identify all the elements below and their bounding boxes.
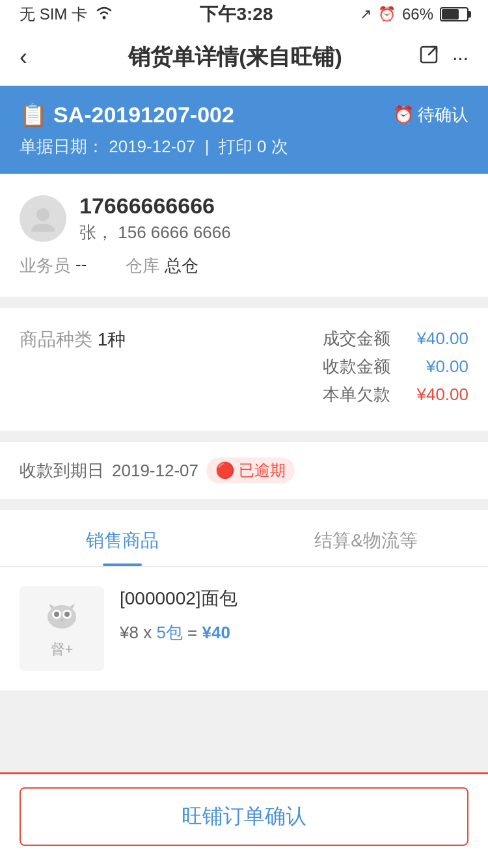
amount-label: 成交金额: [323, 327, 390, 350]
tab-sales-product[interactable]: 销售商品: [0, 510, 244, 566]
product-thumbnail: 督+: [20, 586, 104, 671]
customer-name-alt: 张， 156 6666 6666: [79, 221, 231, 244]
tabs-header: 销售商品 结算&物流等: [0, 510, 488, 567]
received-label: 收款金额: [323, 355, 390, 378]
product-price: ¥8 x 5包 = ¥40: [120, 621, 468, 644]
battery-percent: 66%: [402, 5, 433, 23]
customer-section: 17666666666 张， 156 6666 6666 业务员 -- 仓库 总…: [0, 174, 488, 297]
alert-icon: 🔴: [215, 461, 235, 480]
svg-point-0: [103, 16, 106, 20]
owed-label: 本单欠款: [323, 383, 390, 406]
share-icon[interactable]: [418, 44, 439, 70]
confirm-order-button[interactable]: 旺铺订单确认: [20, 787, 468, 846]
svg-point-6: [54, 612, 59, 617]
order-status: ⏰ 待确认: [393, 103, 468, 126]
overdue-badge: 🔴 已逾期: [206, 457, 295, 483]
product-item: 督+ [0000002]面包 ¥8 x 5包 = ¥40: [0, 567, 488, 690]
product-types: 商品种类 1种: [20, 327, 126, 352]
product-logo-icon: [42, 599, 81, 637]
tab-settlement[interactable]: 结算&物流等: [244, 510, 488, 566]
confirm-button-wrap: 旺铺订单确认: [0, 772, 488, 868]
received-value: ¥0.00: [403, 357, 468, 377]
status-time: 下午3:28: [200, 2, 273, 27]
more-icon[interactable]: ···: [452, 46, 468, 68]
tabs-section: 销售商品 结算&物流等: [0, 510, 488, 690]
page-title: 销货单详情(来自旺铺): [52, 42, 418, 72]
customer-phone: 17666666666: [79, 193, 231, 219]
nav-actions: ···: [418, 44, 468, 70]
header-card: 📋 SA-20191207-002 ⏰ 待确认 单据日期： 2019-12-07…: [0, 86, 488, 174]
warehouse-label: 仓库: [126, 254, 159, 277]
amount-value: ¥40.00: [403, 329, 468, 349]
types-label: 商品种类: [20, 329, 92, 349]
nav-bar: ‹ 销货单详情(来自旺铺) ···: [0, 29, 488, 86]
owed-value: ¥40.00: [403, 385, 468, 405]
warehouse-value: 总仓: [165, 254, 198, 277]
sim-status: 无 SIM 卡: [20, 4, 87, 25]
alarm-icon: ⏰: [378, 6, 396, 23]
order-number: 📋 SA-20191207-002: [20, 102, 234, 128]
due-date-section: 收款到期日 2019-12-07 🔴 已逾期: [0, 442, 488, 499]
product-logo-plus: 督+: [51, 640, 74, 659]
overdue-label: 已逾期: [239, 460, 286, 481]
due-label: 收款到期日: [20, 459, 104, 482]
location-icon: ↗: [360, 6, 372, 23]
financial-summary: 成交金额 ¥40.00 收款金额 ¥0.00 本单欠款 ¥40.00: [323, 327, 468, 411]
wifi-icon: [95, 5, 113, 23]
status-right: ↗ ⏰ 66%: [360, 5, 468, 23]
clock-icon: ⏰: [393, 105, 414, 125]
product-info: [0000002]面包 ¥8 x 5包 = ¥40: [120, 586, 468, 671]
salesman-value: --: [75, 254, 87, 277]
battery-icon: [440, 7, 468, 21]
back-button[interactable]: ‹: [20, 44, 52, 71]
product-total: ¥40: [202, 623, 230, 642]
status-bar: 无 SIM 卡 下午3:28 ↗ ⏰ 66%: [0, 0, 488, 29]
order-date: 单据日期： 2019-12-07 | 打印 0 次: [20, 135, 468, 158]
summary-section: 商品种类 1种 成交金额 ¥40.00 收款金额 ¥0.00 本单欠款 ¥40.…: [0, 308, 488, 431]
svg-point-7: [64, 612, 70, 617]
avatar: [20, 195, 66, 242]
svg-point-3: [47, 605, 76, 629]
customer-meta: 业务员 -- 仓库 总仓: [20, 254, 468, 277]
types-value: 1种: [98, 329, 126, 349]
svg-point-2: [36, 208, 49, 221]
due-date: 2019-12-07: [112, 461, 198, 481]
status-left: 无 SIM 卡: [20, 4, 113, 25]
product-qty: 5包: [156, 623, 187, 642]
salesman-label: 业务员: [20, 254, 70, 277]
order-icon: 📋: [20, 102, 47, 128]
product-code-name: [0000002]面包: [120, 586, 468, 611]
